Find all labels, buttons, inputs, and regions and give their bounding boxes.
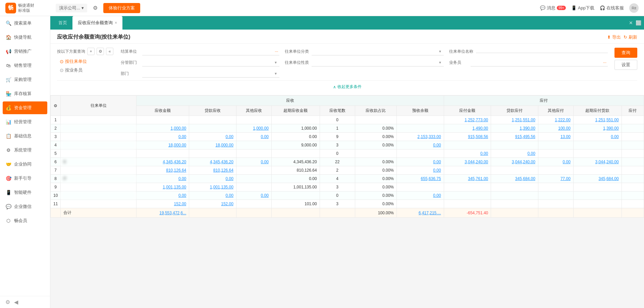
col-settings[interactable]: ⚙ [51, 96, 61, 116]
ap-loan[interactable]: 1,390.00 [491, 124, 538, 133]
ar-prepay[interactable]: 0.00 [397, 191, 444, 200]
ar-other[interactable]: 1,000.00 [236, 124, 271, 133]
ar-amount[interactable]: 1,001,135.00 [137, 183, 189, 191]
ar-amount[interactable]: 0.00 [137, 191, 189, 200]
refresh-button[interactable]: ↻ 刷新 [624, 34, 637, 40]
ap-loan[interactable]: 3,044,240.00 [491, 158, 538, 166]
avatar[interactable]: Rit [629, 3, 639, 13]
sidebar-item-search[interactable]: 🔍 搜索菜单 [0, 16, 50, 30]
ap-overdue[interactable]: 3,044,240.00 [573, 158, 622, 166]
message-action[interactable]: 💬 消息 99+ [540, 5, 566, 11]
salesperson-dots[interactable]: ··· [603, 60, 606, 65]
ar-prepay[interactable]: 655,636.75 [397, 175, 444, 183]
total-ar-amount[interactable]: 19,553,472,6... [137, 208, 189, 218]
settings-icon[interactable]: ⚙ [90, 3, 101, 13]
scheme-option-salesperson[interactable]: ⊙ 按业务员 [60, 67, 114, 73]
dept-mgr-input[interactable]: ▾ [142, 59, 279, 67]
tab-ar-balance[interactable]: 应收应付余额查询 × [72, 16, 122, 30]
sidebar-item-inventory[interactable]: 🏪 库存核算 [0, 87, 50, 101]
sidebar-item-nav[interactable]: 🏠 快捷导航 [0, 30, 50, 44]
ap-loan[interactable]: 1,251,551.00 [491, 116, 538, 124]
tab-expand-btn[interactable]: ⬜ [636, 20, 641, 26]
sidebar-item-wechat[interactable]: 💬 企业微信 [0, 200, 50, 214]
ap-amount[interactable]: 1,252,773.00 [444, 116, 491, 124]
ar-loan[interactable]: 152.00 [189, 200, 236, 208]
scheme-collapse-btn[interactable]: « [106, 48, 113, 55]
ap-loan[interactable]: 0.00 [491, 149, 538, 158]
sidebar-item-system[interactable]: ⚙ 系统管理 [0, 143, 50, 157]
sidebar-item-member[interactable]: ⬡ 畅会员 [0, 214, 50, 228]
ap-loan[interactable]: 345,684.00 [491, 175, 538, 183]
tab-close-window-btn[interactable]: ✕ [629, 20, 633, 26]
ar-loan[interactable]: 0.00 [189, 175, 236, 183]
sidebar-item-purchase[interactable]: 🛒 采购管理 [0, 73, 50, 87]
app-download-action[interactable]: 📱 App下载 [571, 5, 594, 11]
ap-amount[interactable]: 3,044,240.00 [444, 158, 491, 166]
dept-input[interactable]: ▾ [142, 70, 279, 78]
collapse-more-btn[interactable]: ∧ 收起更多条件 [57, 83, 637, 91]
sidebar-item-basic[interactable]: 📋 基础信息 [0, 129, 50, 143]
settlement-unit-dots[interactable]: ··· [275, 49, 278, 54]
ap-other[interactable]: 0.00 [538, 158, 573, 166]
ap-other[interactable]: 1,222.00 [538, 116, 573, 124]
ap-amount[interactable]: 0.00 [444, 149, 491, 158]
ar-loan[interactable]: 0.00 [189, 191, 236, 200]
ar-amount[interactable]: 4,345,436.20 [137, 158, 189, 166]
ap-amount[interactable]: 1,490.00 [444, 124, 491, 133]
ar-other[interactable]: 0.00 [236, 191, 271, 200]
ap-overdue[interactable]: 0.00 [573, 133, 622, 141]
ar-loan[interactable]: 0.00 [189, 133, 236, 141]
unit-name-input[interactable] [476, 50, 608, 53]
sidebar-settings-btn[interactable]: ⚙ [5, 299, 10, 305]
ap-overdue[interactable]: 1,251,551.00 [573, 116, 622, 124]
ap-other[interactable]: 77.00 [538, 175, 573, 183]
company-selector[interactable]: 演示公司... ▾ [56, 4, 87, 12]
scheme-option-partner[interactable]: ⊙ 按往来单位 [60, 58, 114, 64]
total-ar-prepay[interactable]: 6,417,215.... [397, 208, 444, 218]
ap-other[interactable]: 13.00 [538, 133, 573, 141]
ar-other[interactable]: 0.00 [236, 133, 271, 141]
query-button[interactable]: 查询 [614, 48, 637, 58]
ap-other[interactable]: 100.00 [538, 124, 573, 133]
ar-other[interactable]: 0.00 [236, 158, 271, 166]
ar-amount[interactable]: 810,126.64 [137, 166, 189, 175]
unit-category-input[interactable]: ▾ [312, 48, 443, 55]
ap-overdue[interactable]: 345,684.00 [573, 175, 622, 183]
sidebar-item-marketing[interactable]: 📢 营销推广 [0, 44, 50, 58]
scheme-add-btn[interactable]: + [87, 48, 95, 55]
ar-prepay[interactable]: 0.00 [397, 158, 444, 166]
sidebar-item-finance[interactable]: 💰 资金管理 [3, 101, 47, 114]
ap-amount[interactable]: 345,761.00 [444, 175, 491, 183]
online-service-action[interactable]: 🎧 在线客服 [600, 5, 624, 11]
ar-prepay[interactable]: 0.00 [397, 141, 444, 149]
ar-prepay[interactable]: 0.00 [397, 166, 444, 175]
export-button[interactable]: ⬆ 导出 [607, 34, 621, 40]
salesperson-input[interactable]: ··· [471, 59, 608, 67]
scheme-settings-btn[interactable]: ⚙ [97, 48, 104, 55]
settlement-unit-input[interactable]: ··· [142, 48, 279, 55]
ar-amount[interactable]: 152.00 [137, 200, 189, 208]
sidebar-item-guide[interactable]: 🎯 新手引导 [0, 171, 50, 185]
ar-amount[interactable]: 18,000.00 [137, 141, 189, 149]
sidebar-collapse-btn[interactable]: ◀ [14, 299, 18, 305]
ar-loan[interactable]: 18,000.00 [189, 141, 236, 149]
unit-nature-input[interactable]: ▾ [312, 59, 443, 67]
sidebar-item-sales[interactable]: 🛍 销售管理 [0, 58, 50, 73]
sidebar-item-collab[interactable]: 🤝 企业协同 [0, 157, 50, 171]
trial-button[interactable]: 体验行业方案 [103, 3, 140, 13]
ap-loan[interactable]: 915,495.56 [491, 133, 538, 141]
tab-home[interactable]: 首页 [53, 16, 72, 30]
sidebar-item-hardware[interactable]: 📱 智能硬件 [0, 185, 50, 200]
ar-amount[interactable]: 0.00 [137, 175, 189, 183]
ar-amount[interactable]: 0.00 [137, 133, 189, 141]
ar-prepay[interactable]: 2,153,333.00 [397, 133, 444, 141]
ap-amount[interactable]: 915,508.56 [444, 133, 491, 141]
ar-amount[interactable]: 1,000.00 [137, 124, 189, 133]
ap-overdue[interactable]: 1,390.00 [573, 124, 622, 133]
sidebar-item-operation[interactable]: 📊 经营管理 [0, 115, 50, 129]
ar-loan[interactable]: 810,126.64 [189, 166, 236, 175]
ar-loan[interactable]: 1,001,135.00 [189, 183, 236, 191]
tab-close-icon[interactable]: × [115, 20, 117, 25]
ar-loan[interactable]: 4,345,436.20 [189, 158, 236, 166]
settings-button[interactable]: 设置 [614, 60, 637, 70]
